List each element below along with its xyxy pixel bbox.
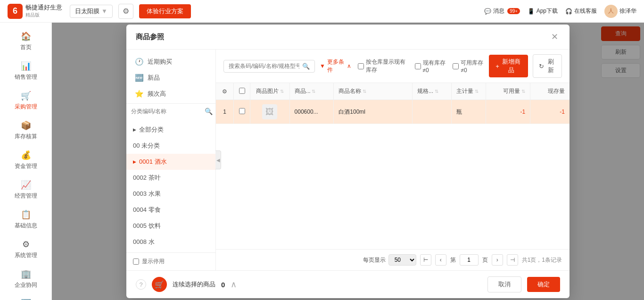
- modal-header: 商品参照 ✕: [126, 25, 570, 50]
- user-avatar: 人: [604, 5, 618, 18]
- operations-icon: 📈: [21, 180, 31, 190]
- page-number-input[interactable]: [460, 254, 479, 266]
- sidebar-item-enterprise[interactable]: 🏢 企业协同: [0, 264, 51, 294]
- category-0005-label: 0005 饮料: [133, 222, 161, 230]
- stock-nonzero-checkbox-item[interactable]: 现有库存≠0: [415, 59, 446, 74]
- cancel-button[interactable]: 取消: [487, 276, 521, 292]
- selector-arrow: ▼: [101, 8, 107, 15]
- trial-button[interactable]: 体验行业方案: [139, 4, 191, 18]
- category-item-all[interactable]: ▶ 全部分类: [126, 122, 215, 138]
- show-disabled-label: 显示停用: [142, 258, 165, 266]
- product-search-icon[interactable]: 🔍: [302, 63, 310, 70]
- category-item-0005[interactable]: 0005 饮料: [126, 218, 215, 234]
- product-search-input[interactable]: [229, 63, 299, 69]
- col-settings[interactable]: ⚙: [216, 83, 234, 100]
- logo-sub: 精品版: [25, 12, 62, 18]
- sidebar-label-finance: 资金管理: [15, 162, 37, 170]
- warehouse-display-checkbox-item[interactable]: 按仓库显示现有库存: [358, 58, 408, 74]
- show-disabled-area: 显示停用: [126, 252, 215, 270]
- logo-text-group: 畅捷通好生意 精品版: [25, 4, 62, 18]
- sidebar-label-system: 系统管理: [15, 251, 37, 259]
- collapse-footer-button[interactable]: ∧: [231, 279, 237, 290]
- col-avail[interactable]: 可用量: [486, 83, 530, 100]
- more-filters-button[interactable]: ▼ 更多条件 ∧: [320, 58, 351, 74]
- messages-button[interactable]: 💬 消息 99+: [484, 7, 520, 15]
- purchase-icon: 🛒: [21, 91, 31, 101]
- phone-icon: 📱: [528, 8, 535, 15]
- category-item-0003[interactable]: 0003 水果: [126, 186, 215, 202]
- row-name: 白酒100ml: [334, 100, 413, 124]
- stock-nonzero-label: 现有库存≠0: [423, 59, 446, 74]
- avail-nonzero-checkbox[interactable]: [453, 63, 459, 69]
- category-item-0008[interactable]: 0008 水: [126, 234, 215, 250]
- filter-arrow: ∧: [347, 63, 351, 69]
- warehouse-display-checkbox[interactable]: [358, 63, 364, 69]
- store-selector[interactable]: 日太阳膜 ▼: [70, 5, 113, 18]
- category-all-label: 全部分类: [139, 125, 164, 134]
- settings-gear-button[interactable]: ⚙: [118, 4, 133, 19]
- stock-nonzero-checkbox[interactable]: [415, 63, 421, 69]
- col-code[interactable]: 商品...: [289, 83, 334, 100]
- sidebar-item-basic[interactable]: 📋 基础信息: [0, 205, 51, 234]
- sidebar-item-home[interactable]: 🏠 首页: [0, 26, 51, 56]
- category-item-0004[interactable]: 0004 零食: [126, 202, 215, 218]
- category-item-00[interactable]: 00 未分类: [126, 138, 215, 154]
- prev-page-button[interactable]: ‹: [435, 254, 446, 266]
- col-name[interactable]: 商品名称: [334, 83, 413, 100]
- product-reference-modal: 商品参照 ✕ 🕐 近期购买 🆕: [126, 25, 570, 298]
- table-row[interactable]: 1 🖼 000600... 白酒100ml: [216, 100, 570, 124]
- modal-close-button[interactable]: ✕: [549, 31, 560, 42]
- col-unit[interactable]: 主计量: [452, 83, 486, 100]
- sidebar-item-finance[interactable]: 💰 资金管理: [0, 145, 51, 175]
- category-item-0002[interactable]: 0002 茶叶: [126, 170, 215, 186]
- inventory-icon: 📦: [21, 120, 31, 131]
- modal-title: 商品参照: [136, 33, 164, 42]
- row-unit: 瓶: [452, 100, 486, 124]
- star-icon: ⭐: [135, 90, 144, 98]
- main-layout: 🏠 首页 📊 销售管理 🛒 采购管理 📦 库存核算 💰 资金管理 📈 经营管理 …: [0, 23, 644, 300]
- last-page-button[interactable]: ⊣: [507, 254, 518, 266]
- category-item-0001[interactable]: ▶ 0001 酒水: [126, 154, 215, 170]
- basic-icon: 📋: [21, 209, 31, 220]
- quick-tab-new[interactable]: 🆕 新品: [130, 70, 212, 85]
- new-icon: 🆕: [135, 74, 144, 82]
- first-page-button[interactable]: ⊢: [420, 254, 431, 266]
- confirm-button[interactable]: 确定: [527, 277, 560, 292]
- category-search-input[interactable]: [131, 108, 202, 115]
- sidebar-item-operations[interactable]: 📈 经营管理: [0, 175, 51, 205]
- user-profile[interactable]: 人 徐泽华: [604, 5, 636, 18]
- sidebar-item-inventory[interactable]: 📦 库存核算: [0, 116, 51, 145]
- refresh-button[interactable]: ↻ 刷新: [533, 54, 562, 78]
- row-checkbox[interactable]: [239, 108, 245, 114]
- col-spec[interactable]: 规格...: [413, 83, 452, 100]
- product-search-box[interactable]: 🔍: [223, 60, 315, 73]
- next-page-button[interactable]: ›: [492, 254, 503, 266]
- customer-service-button[interactable]: 🎧 在线客服: [565, 7, 597, 15]
- select-all-checkbox[interactable]: [239, 88, 245, 94]
- cart-button[interactable]: 🛒: [152, 277, 167, 292]
- app-download-button[interactable]: 📱 App下载: [528, 7, 558, 15]
- collapse-panel-button[interactable]: ◀: [215, 150, 221, 169]
- pagination-bar: 每页显示 50 100 200 ⊢ ‹ 第 页: [216, 249, 570, 270]
- avail-nonzero-checkbox-item[interactable]: 可用库存≠0: [453, 59, 484, 74]
- sidebar: 🏠 首页 📊 销售管理 🛒 采购管理 📦 库存核算 💰 资金管理 📈 经营管理 …: [0, 23, 52, 300]
- refresh-icon: ↻: [539, 63, 544, 70]
- show-disabled-checkbox[interactable]: [133, 258, 139, 265]
- category-0008-label: 0008 水: [133, 238, 155, 246]
- category-search-icon[interactable]: 🔍: [205, 108, 213, 115]
- row-spec: [413, 100, 452, 124]
- sidebar-item-system[interactable]: ⚙ 系统管理: [0, 234, 51, 264]
- quick-tab-frequent[interactable]: ⭐ 频次高: [130, 86, 212, 101]
- product-table: ⚙ 商品图片 商品... 商品名称 规格... 主计量: [216, 83, 570, 124]
- col-image[interactable]: 商品图片: [250, 83, 289, 100]
- page-label: 第: [450, 256, 456, 264]
- row-checkbox-cell[interactable]: [234, 100, 250, 124]
- sidebar-item-guide[interactable]: 🆕 新手引导: [0, 294, 51, 300]
- page-size-select[interactable]: 50 100 200: [388, 254, 416, 266]
- help-button[interactable]: ?: [136, 279, 146, 290]
- page-info: 共1页，1条记录: [522, 256, 562, 264]
- sidebar-item-sales[interactable]: 📊 销售管理: [0, 56, 51, 86]
- add-product-button[interactable]: + 新增商品: [489, 55, 528, 77]
- sidebar-item-purchase[interactable]: 🛒 采购管理: [0, 86, 51, 116]
- quick-tab-recent[interactable]: 🕐 近期购买: [130, 54, 212, 69]
